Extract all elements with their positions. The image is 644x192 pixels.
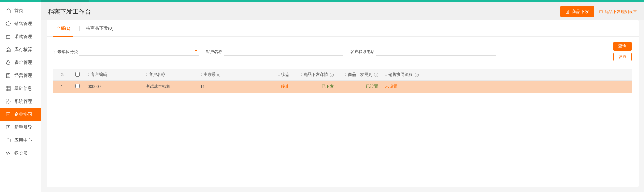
sidebar-item-appcenter[interactable]: 应用中心: [0, 134, 41, 147]
rules-link[interactable]: 商品下发规则设置: [599, 9, 637, 15]
cell-name: 测试成本核算: [142, 81, 197, 93]
th-code[interactable]: 客户编码: [84, 69, 142, 81]
sidebar-item-label: 畅会员: [14, 150, 28, 156]
cell-status: 终止: [252, 81, 293, 93]
sidebar-item-label: 采购管理: [14, 33, 32, 40]
filter-name-label: 客户名称: [206, 49, 222, 55]
sidebar: 首页 销售管理 采购管理 库存核算 资金管理 经营管理 基础信息 系统管理 企业…: [0, 0, 41, 192]
filter-customer-phone: 客户联系电话: [350, 48, 496, 56]
sidebar-item-purchase[interactable]: 采购管理: [0, 30, 41, 43]
top-accent-bar: [0, 0, 644, 2]
cell-contact: 11: [197, 81, 252, 93]
sidebar-item-label: 系统管理: [14, 98, 32, 105]
gear-icon: [5, 99, 11, 104]
sidebar-item-home[interactable]: 首页: [0, 4, 41, 17]
content-card: 全部(1) 待商品下发(0) 往来单位分类 客户名称 客户联系电话 查询: [47, 20, 639, 187]
sidebar-item-label: 库存核算: [14, 46, 32, 53]
home-icon: [5, 8, 11, 13]
help-icon[interactable]: ?: [374, 73, 378, 77]
sidebar-item-label: 基础信息: [14, 85, 32, 92]
row-checkbox[interactable]: [75, 84, 80, 88]
settings-button[interactable]: 设置: [613, 53, 632, 61]
table-row: 1 000007 测试成本核算 11 终止 已下发 已设置 未设置: [53, 81, 632, 93]
th-status[interactable]: 状态: [252, 69, 293, 81]
sidebar-item-collaboration[interactable]: 企业协同: [0, 108, 41, 121]
sort-icon: [88, 73, 90, 76]
cell-checkbox: [70, 81, 84, 93]
select-all-checkbox[interactable]: [75, 72, 80, 77]
data-table: ⚙ 客户编码 客户名称 主联系人 状态 商品下发详情 ? 商品下发规则 ? 销售…: [53, 69, 632, 93]
sort-icon: [200, 73, 202, 76]
gear-icon: ⚙: [60, 72, 64, 77]
page-title: 档案下发工作台: [48, 8, 91, 16]
th-rule[interactable]: 商品下发规则 ?: [337, 69, 382, 81]
exchange-icon: [5, 112, 11, 117]
grid-icon: [5, 86, 11, 91]
badge-icon: [5, 21, 11, 26]
document-icon: [565, 9, 570, 14]
sidebar-item-sales[interactable]: 销售管理: [0, 17, 41, 30]
tab-separator: [79, 26, 80, 31]
filter-customer-name: 客户名称: [206, 48, 343, 56]
distribute-button[interactable]: 商品下发: [560, 6, 594, 17]
sidebar-item-guide[interactable]: 新手引导: [0, 121, 41, 134]
table-header-row: ⚙ 客户编码 客户名称 主联系人 状态 商品下发详情 ? 商品下发规则 ? 销售…: [53, 69, 632, 81]
th-checkbox: [70, 69, 84, 81]
flow-link[interactable]: 未设置: [385, 84, 397, 89]
tab-all[interactable]: 全部(1): [53, 20, 73, 36]
th-name[interactable]: 客户名称: [142, 69, 197, 81]
tab-pending[interactable]: 待商品下发(0): [83, 20, 116, 36]
main-content: 档案下发工作台 商品下发 商品下发规则设置 全部(1) 待商品下发(0) 往来单…: [41, 2, 644, 192]
filter-category: 往来单位分类: [53, 48, 199, 56]
sort-icon: [345, 73, 347, 76]
sidebar-item-member[interactable]: 畅会员: [0, 147, 41, 160]
svg-rect-3: [6, 113, 10, 116]
sort-icon: [300, 73, 302, 76]
svg-point-2: [8, 101, 9, 102]
th-flow[interactable]: 销售协同流程 ?: [382, 69, 632, 81]
filter-phone-input[interactable]: [376, 48, 496, 56]
settings-icon: [599, 10, 603, 14]
cell-index: 1: [53, 81, 70, 93]
page-header: 档案下发工作台 商品下发 商品下发规则设置: [41, 2, 644, 20]
sidebar-item-label: 应用中心: [14, 137, 32, 143]
detail-link[interactable]: 已下发: [321, 84, 334, 89]
vip-icon: [5, 151, 11, 156]
sidebar-item-inventory[interactable]: 库存核算: [0, 43, 41, 56]
warehouse-icon: [5, 47, 11, 52]
help-icon[interactable]: ?: [330, 73, 334, 77]
sidebar-item-label: 销售管理: [14, 20, 32, 27]
filter-category-select[interactable]: [79, 48, 199, 56]
filter-name-input[interactable]: [224, 48, 343, 56]
cell-flow: 未设置: [382, 81, 632, 93]
cell-detail: 已下发: [293, 81, 337, 93]
search-button[interactable]: 查询: [613, 42, 632, 51]
sidebar-item-label: 经营管理: [14, 72, 32, 79]
svg-rect-7: [600, 10, 602, 13]
sidebar-item-system[interactable]: 系统管理: [0, 95, 41, 108]
money-bag-icon: [5, 60, 11, 65]
help-icon[interactable]: ?: [415, 73, 419, 77]
filter-row: 往来单位分类 客户名称 客户联系电话 查询 设置: [47, 37, 639, 69]
cell-rule: 已设置: [337, 81, 382, 93]
distribute-button-label: 商品下发: [571, 9, 589, 15]
sidebar-item-baseinfo[interactable]: 基础信息: [0, 82, 41, 95]
filter-category-label: 往来单位分类: [53, 49, 78, 55]
sidebar-item-management[interactable]: 经营管理: [0, 69, 41, 82]
sidebar-item-label: 企业协同: [14, 111, 32, 118]
filter-actions: 查询 设置: [613, 42, 632, 61]
cell-code: 000007: [84, 81, 142, 93]
header-actions: 商品下发 商品下发规则设置: [560, 6, 637, 17]
sidebar-item-finance[interactable]: 资金管理: [0, 56, 41, 69]
th-contact[interactable]: 主联系人: [197, 69, 252, 81]
sort-icon: [146, 73, 148, 76]
sidebar-item-label: 新手引导: [14, 124, 32, 131]
tv-icon: [5, 138, 11, 143]
rule-link[interactable]: 已设置: [366, 84, 378, 89]
svg-rect-5: [6, 139, 10, 142]
table-wrap: ⚙ 客户编码 客户名称 主联系人 状态 商品下发详情 ? 商品下发规则 ? 销售…: [47, 69, 639, 93]
sort-icon: [278, 73, 280, 76]
sort-icon: [385, 73, 387, 76]
th-detail[interactable]: 商品下发详情 ?: [293, 69, 337, 81]
th-gear[interactable]: ⚙: [53, 69, 70, 81]
